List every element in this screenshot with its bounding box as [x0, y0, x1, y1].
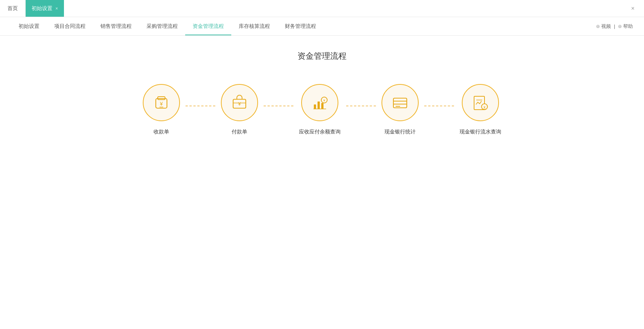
connector-3 — [341, 106, 381, 106]
cashbank-svg — [391, 93, 409, 112]
nav-item-init[interactable]: 初始设置 — [11, 17, 47, 35]
statement-svg: ¥ — [471, 93, 490, 112]
connector-line-3 — [346, 106, 376, 106]
home-tab[interactable]: 首页 — [0, 0, 26, 17]
svg-rect-8 — [318, 101, 320, 109]
flow-step-receipt[interactable]: ¥ 收款单 — [143, 84, 180, 135]
top-bar: 首页 初始设置 × × — [0, 0, 644, 17]
connector-1 — [180, 106, 221, 106]
payment-svg: ¥ — [230, 93, 249, 112]
connector-line-4 — [424, 106, 454, 106]
top-right-controls: × — [629, 5, 637, 12]
balance-label: 应收应付余额查询 — [299, 129, 341, 135]
svg-text:¥: ¥ — [160, 101, 163, 107]
video-link[interactable]: ⊙ 视频 — [596, 23, 611, 30]
flow-step-payment[interactable]: ¥ 付款单 — [221, 84, 258, 135]
connector-4 — [419, 106, 460, 106]
svg-rect-7 — [314, 104, 316, 109]
nav-item-sales[interactable]: 销售管理流程 — [93, 17, 139, 35]
flow-step-balance[interactable]: ¥ 应收应付余额查询 — [299, 84, 341, 135]
connector-line-2 — [264, 106, 293, 106]
svg-text:¥: ¥ — [483, 105, 486, 109]
help-link[interactable]: ⊙ 帮助 — [618, 23, 633, 30]
connector-line-1 — [186, 106, 215, 106]
main-content: 资金管理流程 ¥ 收款单 — [0, 36, 644, 329]
window-close-button[interactable]: × — [629, 5, 637, 12]
receipt-svg: ¥ — [152, 93, 171, 112]
active-tab[interactable]: 初始设置 × — [26, 0, 64, 17]
nav-item-purchase[interactable]: 采购管理流程 — [139, 17, 185, 35]
nav-right: ⊙ 视频 | ⊙ 帮助 — [596, 23, 633, 30]
statement-label: 现金银行流水查询 — [460, 129, 501, 135]
cashbank-icon-circle — [381, 84, 419, 121]
flow-diagram: ¥ 收款单 ¥ 付款单 — [143, 84, 501, 135]
balance-svg: ¥ — [310, 93, 329, 112]
connector-2 — [258, 106, 299, 106]
page-title: 资金管理流程 — [297, 51, 347, 62]
payment-icon-circle: ¥ — [221, 84, 258, 121]
flow-step-statement[interactable]: ¥ 现金银行流水查询 — [460, 84, 501, 135]
nav-item-capital[interactable]: 资金管理流程 — [185, 17, 231, 35]
active-tab-label: 初始设置 — [32, 5, 52, 12]
balance-icon-circle: ¥ — [301, 84, 338, 121]
statement-icon-circle: ¥ — [462, 84, 499, 121]
nav-item-project[interactable]: 项目合同流程 — [47, 17, 93, 35]
svg-text:¥: ¥ — [238, 101, 241, 107]
nav-divider: | — [614, 23, 615, 29]
nav-bar: 初始设置 项目合同流程 销售管理流程 采购管理流程 资金管理流程 库存核算流程 … — [0, 17, 644, 36]
tab-close-icon[interactable]: × — [55, 6, 58, 11]
flow-step-cashbank[interactable]: 现金银行统计 — [381, 84, 419, 135]
svg-rect-9 — [321, 103, 323, 109]
receipt-label: 收款单 — [154, 129, 169, 135]
cashbank-label: 现金银行统计 — [384, 129, 416, 135]
svg-text:¥: ¥ — [323, 99, 325, 102]
receipt-icon-circle: ¥ — [143, 84, 180, 121]
payment-label: 付款单 — [232, 129, 247, 135]
nav-item-finance[interactable]: 财务管理流程 — [277, 17, 323, 35]
nav-item-inventory[interactable]: 库存核算流程 — [231, 17, 277, 35]
